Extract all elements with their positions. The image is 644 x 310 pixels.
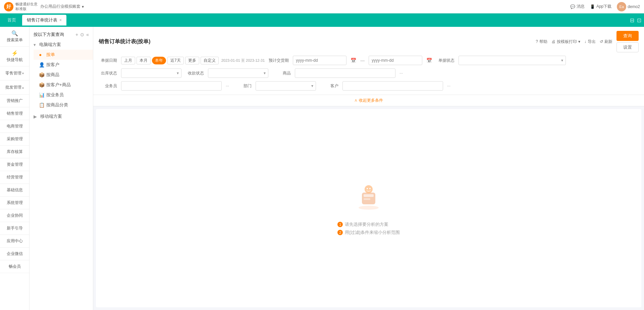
- tab-close-icon[interactable]: ×: [59, 18, 62, 22]
- out-status-select[interactable]: [121, 68, 181, 78]
- this-month-btn[interactable]: 本月: [137, 57, 151, 64]
- date-buttons: 上月 本月 本年 近7天 更多 自定义 2023-01-01 至 2023-12…: [121, 57, 265, 64]
- sidebar-item-inventory[interactable]: 库存核算: [0, 146, 29, 158]
- tab-minimize-button[interactable]: ⊟: [630, 17, 634, 23]
- top-bar: 好 畅捷通好生意 标准版 办公用品行业模拟账套 ▾ 💬 消息 📱 App下载 E…: [0, 0, 644, 13]
- print-button[interactable]: 🖨 按模板打印 ▾: [551, 39, 580, 45]
- help-button[interactable]: ? 帮助: [536, 39, 547, 45]
- date-range: 2023-01-01 至 2023-12-31: [221, 58, 265, 63]
- settings-button[interactable]: 设置: [616, 42, 639, 52]
- tree-item-by-staff[interactable]: 📊 按业务员: [34, 90, 93, 100]
- message-action[interactable]: 💬 消息: [570, 4, 585, 9]
- empty-illustration: [352, 179, 385, 213]
- tree-item-by-customer-goods[interactable]: 📦 按客户+商品: [34, 80, 93, 90]
- tab-maximize-button[interactable]: ⊡: [637, 17, 641, 23]
- custom-date-btn[interactable]: 自定义: [201, 57, 219, 64]
- doc-status-select[interactable]: [459, 56, 566, 65]
- breadcrumb: 办公用品行业模拟账套 ▾: [40, 4, 84, 9]
- customer-more-btn[interactable]: ···: [447, 84, 450, 88]
- refresh-button[interactable]: ↺ 刷新: [600, 39, 612, 45]
- sidebar-item-finance[interactable]: 资金管理: [0, 158, 29, 171]
- sidebar-item-guide[interactable]: 新手引导: [0, 222, 29, 235]
- expected-end-date-input[interactable]: [369, 56, 422, 65]
- tree-parent-mobile[interactable]: ▶ 移动端方案: [30, 111, 93, 121]
- dept-select[interactable]: [256, 81, 316, 91]
- filter-rows: 单据日期 上月 本月 本年 近7天 更多 自定义 2023-01-01 至 20…: [99, 56, 639, 91]
- sidebar-item-app-center[interactable]: 应用中心: [0, 235, 29, 248]
- sidebar-item-member[interactable]: 畅会员: [0, 260, 29, 273]
- sidebar-item-wechat[interactable]: 企业微信: [0, 248, 29, 260]
- sidebar-item-system[interactable]: 系统管理: [0, 197, 29, 209]
- goods-input[interactable]: [295, 68, 395, 78]
- message-icon: 💬: [570, 4, 575, 9]
- svg-point-5: [367, 188, 368, 189]
- filter-row-date: 单据日期 上月 本月 本年 近7天 更多 自定义 2023-01-01 至 20…: [99, 56, 639, 65]
- customer-input[interactable]: [342, 81, 443, 91]
- this-year-btn[interactable]: 本年: [152, 57, 166, 64]
- sidebar-item-shortcuts[interactable]: ⚡ 快捷导航: [0, 47, 29, 66]
- filter-row-staff: 业务员 ··· 部门 客户 ···: [99, 81, 639, 91]
- staff-label: 业务员: [99, 83, 117, 89]
- calendar-start-icon[interactable]: 📅: [351, 58, 356, 63]
- tree-expand-icon[interactable]: ▾: [34, 42, 36, 47]
- tab-bar-actions: ⊟ ⊡: [630, 17, 641, 23]
- logo-icon: 好: [4, 2, 13, 11]
- goods-icon: 📦: [39, 72, 44, 78]
- action-buttons: 查询 设置: [616, 31, 639, 52]
- sidebar-item-basic-info[interactable]: 基础信息: [0, 184, 29, 197]
- payment-status-label: 收款状态: [185, 70, 204, 76]
- out-status-wrapper: [121, 68, 181, 78]
- export-button[interactable]: ↓ 导出: [584, 39, 596, 45]
- export-icon: ↓: [584, 39, 586, 44]
- tree-item-by-order[interactable]: ● 按单: [34, 50, 93, 60]
- phone-icon: 📱: [590, 4, 595, 9]
- sidebar-item-wholesale[interactable]: 批发管理 ▴: [0, 81, 29, 95]
- print-dropdown-icon: ▾: [578, 39, 580, 44]
- sidebar-item-marketing[interactable]: 营销推广: [0, 95, 29, 107]
- tree-item-by-category[interactable]: 📋 按商品分类: [34, 100, 93, 110]
- empty-hints: 1 请先选择要分析的方案 2 用[过滤]条件来缩小分析范围: [337, 219, 399, 238]
- manage-scheme-button[interactable]: ⊙: [80, 32, 84, 37]
- tab-active[interactable]: 销售订单统计表 ×: [22, 15, 66, 25]
- tree-parent-pc: ▾ 电脑端方案: [30, 40, 93, 50]
- sidebar-item-sales[interactable]: 销售管理: [0, 107, 29, 120]
- svg-point-0: [359, 206, 379, 210]
- payment-status-wrapper: [208, 68, 268, 78]
- tree-sub-pc: ● 按单 👤 按客户 📦 按商品 📦 按客户+商品 📊 按业务员: [30, 50, 93, 110]
- user-action[interactable]: Ea demo2: [617, 2, 640, 11]
- top-bar-right: 💬 消息 📱 App下载 Ea demo2: [570, 2, 640, 11]
- calendar-end-icon[interactable]: 📅: [426, 58, 432, 63]
- last-month-btn[interactable]: 上月: [121, 57, 135, 64]
- tab-home[interactable]: 首页: [3, 15, 21, 25]
- sidebar-item-cooperation[interactable]: 企业协同: [0, 209, 29, 222]
- sidebar-item-ecommerce[interactable]: 电商管理: [0, 120, 29, 133]
- app-download-action[interactable]: 📱 App下载: [590, 4, 611, 9]
- more-date-btn[interactable]: 更多: [185, 57, 199, 64]
- collapse-panel-button[interactable]: «: [86, 32, 89, 37]
- dept-label: 部门: [233, 83, 252, 89]
- staff-more-btn[interactable]: ···: [226, 84, 229, 88]
- sidebar-item-search[interactable]: 🔍 搜索菜单: [0, 27, 29, 47]
- staff-icon: 📊: [39, 92, 44, 98]
- query-button[interactable]: 查询: [616, 31, 639, 41]
- content-area: 按以下方案查询 + ⊙ « ▾ 电脑端方案 ● 按单 👤 按客户: [30, 27, 644, 310]
- sidebar-item-operations[interactable]: 经营管理: [0, 171, 29, 184]
- sidebar-item-purchase[interactable]: 采购管理: [0, 133, 29, 146]
- goods-more-btn[interactable]: ···: [399, 71, 403, 75]
- customer-goods-icon: 📦: [39, 82, 44, 88]
- right-main: 销售订单统计表(按单) ? 帮助 🖨 按模板打印 ▾ ↓: [93, 27, 644, 310]
- sidebar-item-retail[interactable]: 零售管理 ▾: [0, 66, 29, 81]
- left-panel: 按以下方案查询 + ⊙ « ▾ 电脑端方案 ● 按单 👤 按客户: [30, 27, 93, 310]
- tree-item-by-customer[interactable]: 👤 按客户: [34, 60, 93, 70]
- tree-item-by-goods[interactable]: 📦 按商品: [34, 70, 93, 80]
- add-scheme-button[interactable]: +: [75, 32, 78, 37]
- collapse-bar[interactable]: ∧ 收起更多条件: [93, 95, 644, 106]
- svg-point-4: [365, 185, 373, 193]
- page-title: 销售订单统计表(按单): [99, 38, 151, 45]
- payment-status-select[interactable]: [208, 68, 268, 78]
- expected-start-date-input[interactable]: [293, 56, 346, 65]
- svg-point-6: [369, 188, 371, 189]
- last7-btn[interactable]: 近7天: [167, 57, 184, 64]
- staff-input[interactable]: [121, 81, 222, 91]
- dropdown-icon[interactable]: ▾: [82, 4, 84, 9]
